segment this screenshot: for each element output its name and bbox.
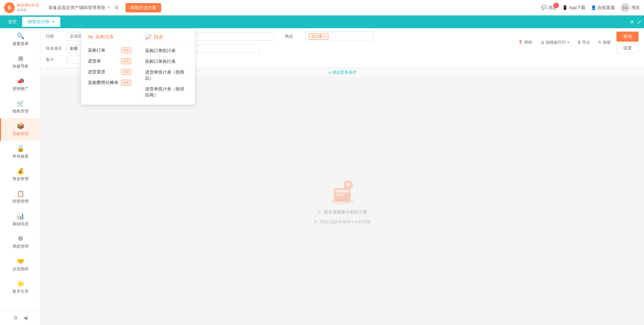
rank-label: 排名项目 bbox=[46, 46, 63, 51]
refresh-btn[interactable]: ↻ 刷新 bbox=[596, 38, 614, 47]
message-badge: 5 bbox=[553, 3, 559, 8]
menu-item-receipt-stat-goods[interactable]: 进货单统计表（按商品） bbox=[142, 67, 191, 84]
empty-tip2-text: 用[过滤]条件来缩小分析范围 bbox=[320, 219, 371, 224]
tab-maximize[interactable]: ⤢ bbox=[637, 19, 641, 25]
purchase-menu-section: 🛍 采购业务 采购订单 历史 进货单 历史 进货退货 历史 采购费用分摊单 bbox=[85, 33, 134, 100]
empty-tip2: ② 用[过滤]条件来缩小分析范围 bbox=[314, 219, 370, 225]
search-icon: 🔍 bbox=[17, 32, 24, 40]
avatar-text: Ea bbox=[623, 5, 628, 10]
sidebar-finance-label: 资金管理 bbox=[12, 176, 29, 182]
user-label: 用友 bbox=[631, 5, 640, 11]
menu-item-purchase-expense-label: 采购费用分摊单 bbox=[88, 80, 118, 86]
toolbar-right: ❓ 帮助 🖨 按模板打印 ▾ ⬇ 导出 ↻ 刷新 bbox=[515, 32, 639, 53]
report-section-label: 报表 bbox=[154, 34, 163, 40]
menu-item-receipt-stat-supplier[interactable]: 进货单统计表（按供应商） bbox=[142, 84, 191, 100]
sidebar-item-newbie[interactable]: 🌟 新手引导 bbox=[0, 276, 40, 298]
menu-item-purchase-order-exec-label: 采购订单执行表 bbox=[145, 58, 176, 65]
svg-point-5 bbox=[347, 182, 350, 186]
sidebar-quick-nav-label: 快捷导航 bbox=[12, 64, 29, 69]
top-header: 6 畅捷通好生意 标准版 装备及固定资产辅助管理系统 ▾ ⚙ 体验行业方案 💬 … bbox=[0, 0, 644, 15]
svg-rect-2 bbox=[335, 190, 349, 193]
export-btn[interactable]: ⬇ 导出 bbox=[575, 38, 593, 47]
user-action[interactable]: Ea 用友 bbox=[620, 3, 640, 12]
query-btn[interactable]: 查询 bbox=[616, 32, 639, 42]
menu-item-purchase-return[interactable]: 进货退货 历史 bbox=[85, 67, 134, 77]
app-download-action[interactable]: 📱 App下载 bbox=[562, 5, 585, 11]
sidebar-system-label: 系统管理 bbox=[12, 244, 29, 249]
sidebar-item-operations[interactable]: 📋 经营管理 bbox=[0, 186, 40, 208]
sidebar-item-system[interactable]: ⚙ 系统管理 bbox=[0, 231, 40, 253]
sidebar: 🔍 搜索菜单 ⊞ 快捷导航 📣 营销推广 🛒 销售管理 📦 采购管理 🔒 库存核… bbox=[0, 28, 40, 325]
goods-input[interactable]: 设计素 ✕ ... bbox=[306, 32, 373, 41]
message-icon: 💬 bbox=[541, 5, 547, 10]
sidebar-item-inventory[interactable]: 🔒 库存核算 bbox=[0, 141, 40, 163]
menu-item-purchase-order-stat[interactable]: 采购订单统计表 bbox=[142, 45, 191, 56]
sidebar-item-sales[interactable]: 🛒 销售管理 bbox=[0, 96, 40, 118]
system-title-area: 装备及固定资产辅助管理系统 ▾ ⚙ 体验行业方案 bbox=[44, 3, 541, 12]
menu-item-purchase-return-label: 进货退货 bbox=[88, 69, 105, 75]
report-menu-section: 📈 报表 采购订单统计表 采购订单执行表 进货单统计表（按商品） 进货单统计表（… bbox=[142, 33, 191, 100]
online-service-action[interactable]: 👤 在线客服 bbox=[591, 5, 615, 11]
empty-tip1-text: 请先选择要分析的方案 bbox=[324, 209, 367, 214]
menu-item-receipt-stat-supplier-label: 进货单统计表（按供应商） bbox=[145, 86, 188, 98]
sidebar-item-basic[interactable]: 📊 基础信息 bbox=[0, 208, 40, 231]
print-label: 按模板打印 bbox=[546, 40, 566, 45]
menu-item-purchase-order-stat-label: 采购订单统计表 bbox=[145, 48, 176, 54]
export-label: 导出 bbox=[582, 40, 590, 45]
help-icon: ❓ bbox=[518, 40, 523, 45]
avatar: Ea bbox=[620, 3, 630, 12]
tab-home[interactable]: 首页 bbox=[3, 17, 22, 27]
logo-text: 畅捷通好生意 bbox=[17, 3, 39, 7]
sidebar-purchase-label: 采购管理 bbox=[12, 131, 29, 137]
settings-btn[interactable]: 设置 bbox=[616, 43, 639, 53]
print-btn[interactable]: 🖨 按模板打印 ▾ bbox=[538, 38, 572, 47]
help-label: 帮助 bbox=[524, 40, 532, 45]
goods-tag: 设计素 ✕ bbox=[309, 33, 328, 40]
sidebar-item-marketing[interactable]: 📣 营销推广 bbox=[0, 73, 40, 96]
dropdown-menu: 🛍 采购业务 采购订单 历史 进货单 历史 进货退货 历史 采购费用分摊单 bbox=[81, 28, 195, 105]
marketing-icon: 📣 bbox=[17, 77, 24, 85]
sidebar-item-finance[interactable]: 💰 资金管理 bbox=[0, 163, 40, 186]
sidebar-newbie-label: 新手引导 bbox=[12, 289, 29, 294]
menu-item-purchase-order-exec[interactable]: 采购订单执行表 bbox=[142, 56, 191, 67]
industry-btn[interactable]: 体验行业方案 bbox=[126, 3, 161, 12]
sales-icon: 🛒 bbox=[17, 100, 24, 107]
sidebar-operations-label: 经营管理 bbox=[12, 199, 29, 204]
tab-sales-rank[interactable]: 销售排行榜 ✕ bbox=[22, 17, 60, 27]
tab-close-window[interactable]: ✕ bbox=[630, 19, 634, 25]
sidebar-basic-label: 基础信息 bbox=[12, 221, 29, 227]
empty-tip2-number: ② bbox=[314, 219, 317, 224]
menu-item-purchase-expense[interactable]: 采购费用分摊单 历史 bbox=[85, 77, 134, 88]
sidebar-settings-btn[interactable]: ⚙ bbox=[12, 313, 19, 322]
sidebar-bottom: ⚙ ◀ bbox=[0, 310, 40, 325]
app-download-label: App下载 bbox=[569, 5, 585, 11]
goods-tag-text: 设计素 bbox=[311, 34, 322, 39]
purchase-section-icon: 🛍 bbox=[88, 34, 93, 40]
sidebar-item-enterprise[interactable]: 🤝 企业协同 bbox=[0, 253, 40, 276]
quick-nav-icon: ⊞ bbox=[18, 55, 23, 62]
system-dropdown-arrow[interactable]: ▾ bbox=[108, 5, 110, 10]
menu-item-purchase-receipt[interactable]: 进货单 历史 bbox=[85, 56, 134, 67]
message-action[interactable]: 💬 消息 5 bbox=[541, 5, 557, 11]
goods-tag-close[interactable]: ✕ bbox=[323, 35, 326, 38]
history-badge-1: 历史 bbox=[121, 58, 131, 64]
collapse-text: 收起更多条件 bbox=[332, 70, 357, 75]
sidebar-search-label: 搜索菜单 bbox=[12, 41, 29, 47]
sidebar-item-quick-nav[interactable]: ⊞ 快捷导航 bbox=[0, 51, 40, 73]
sidebar-item-search[interactable]: 🔍 搜索菜单 bbox=[0, 28, 40, 51]
phone-icon: 📱 bbox=[562, 5, 568, 10]
basic-icon: 📊 bbox=[17, 212, 24, 220]
sidebar-marketing-label: 营销推广 bbox=[12, 86, 29, 92]
print-icon: 🖨 bbox=[540, 40, 544, 45]
sidebar-sales-label: 销售管理 bbox=[12, 109, 29, 114]
sidebar-collapse-btn[interactable]: ◀ bbox=[22, 313, 29, 322]
menu-item-purchase-order[interactable]: 采购订单 历史 bbox=[85, 45, 134, 56]
sidebar-item-purchase[interactable]: 📦 采购管理 bbox=[0, 118, 40, 141]
menu-item-receipt-stat-goods-label: 进货单统计表（按商品） bbox=[145, 69, 188, 81]
header-right: 💬 消息 5 📱 App下载 👤 在线客服 Ea 用友 bbox=[541, 3, 640, 12]
customer-dots: ... bbox=[70, 57, 73, 62]
refresh-label: 刷新 bbox=[603, 40, 611, 45]
tab-sales-rank-close[interactable]: ✕ bbox=[51, 19, 55, 24]
help-btn[interactable]: ❓ 帮助 bbox=[515, 38, 535, 47]
system-settings-icon[interactable]: ⚙ bbox=[113, 3, 120, 12]
